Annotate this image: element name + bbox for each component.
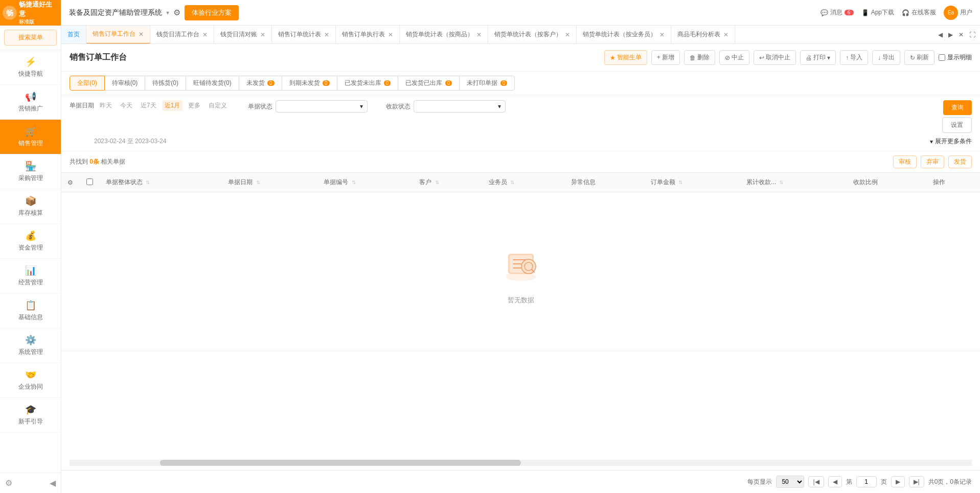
tab-close-sales-exec[interactable]: ✕ <box>388 31 393 38</box>
tab-close-all[interactable]: ✕ <box>956 30 966 39</box>
industry-btn[interactable]: 体验行业方案 <box>185 5 239 20</box>
online-service-item[interactable]: 🎧 在线客服 <box>902 8 936 17</box>
sidebar-item-inventory[interactable]: 📦 库存核算 <box>0 189 61 224</box>
sidebar-item-finance[interactable]: 💰 资金管理 <box>0 224 61 259</box>
refresh-button[interactable]: ↻ 刷新 <box>904 50 935 65</box>
filter-tab-pending-review[interactable]: 待审核(0) <box>104 76 146 91</box>
tab-close-sales-stat-staff[interactable]: ✕ <box>659 31 665 38</box>
app-download-item[interactable]: 📱 App下载 <box>861 8 894 17</box>
sidebar-item-basic[interactable]: 📋 基础信息 <box>0 294 61 328</box>
page-prev-btn[interactable]: ◀ <box>828 476 842 487</box>
tab-nav-next[interactable]: ▶ <box>946 30 955 39</box>
sidebar-item-sales[interactable]: 🛒 销售管理 <box>0 120 61 154</box>
tab-sales-workbench-label: 销售订单工作台 <box>93 30 135 38</box>
filter-tab-all[interactable]: 全部(0) <box>70 76 105 91</box>
sort-customer-icon[interactable]: ⇅ <box>435 180 439 185</box>
collapse-icon[interactable]: ◀ <box>50 478 56 488</box>
sidebar-item-operation[interactable]: 📊 经营管理 <box>0 259 61 294</box>
shortcut-1month[interactable]: 近1月 <box>162 100 183 111</box>
status-select[interactable]: ▾ <box>276 100 368 113</box>
show-detail-checkbox[interactable] <box>939 54 945 61</box>
delete-button[interactable]: 🗑 删除 <box>684 50 715 65</box>
sort-staff-icon[interactable]: ⇅ <box>510 180 514 185</box>
tab-home[interactable]: 首页 <box>61 26 86 44</box>
set-button[interactable]: 设置 <box>942 117 972 133</box>
sidebar-item-guide[interactable]: 🎓 新手引导 <box>0 398 61 433</box>
page-next-btn[interactable]: ▶ <box>891 476 905 487</box>
select-all-checkbox[interactable] <box>86 178 93 185</box>
sidebar-item-marketing[interactable]: 📢 营销推广 <box>0 85 61 120</box>
sidebar-item-quick-nav[interactable]: ⚡ 快捷导航 <box>0 50 61 85</box>
tab-cash-daily[interactable]: 钱货日清工作台 ✕ <box>150 26 214 44</box>
tab-close-cash-reconcile[interactable]: ✕ <box>260 31 265 38</box>
page-size-select[interactable]: 10 20 50 100 <box>776 476 804 488</box>
payment-select[interactable]: ▾ <box>414 100 506 113</box>
filter-tab-not-printed[interactable]: 未打印单据 0 <box>459 76 515 91</box>
tab-cash-reconcile[interactable]: 钱货日清对账 ✕ <box>214 26 272 44</box>
approve-btn[interactable]: 审核 <box>893 155 917 168</box>
tab-close-product-margin[interactable]: ✕ <box>723 31 728 38</box>
ship-btn[interactable]: 发货 <box>948 155 972 168</box>
smart-generate-button[interactable]: ★ 智能生单 <box>604 50 647 65</box>
shortcut-custom[interactable]: 自定义 <box>206 100 230 111</box>
expand-conditions[interactable]: ▾ 展开更多条件 <box>930 137 972 146</box>
shortcut-7days[interactable]: 近7天 <box>138 100 159 111</box>
tab-close-sales-workbench[interactable]: ✕ <box>139 31 144 38</box>
tab-sales-stat[interactable]: 销售订单统计表 ✕ <box>272 26 336 44</box>
filter-tab-shipped-not-out[interactable]: 已发货未出库 0 <box>337 76 399 91</box>
tab-close-sales-stat[interactable]: ✕ <box>324 31 329 38</box>
sort-date-icon[interactable]: ⇅ <box>256 180 260 185</box>
import-button[interactable]: ↑ 导入 <box>840 50 868 65</box>
horizontal-scrollbar[interactable] <box>70 460 972 466</box>
filter-tab-not-shipped[interactable]: 未发货 0 <box>239 76 282 91</box>
user-item[interactable]: Ea 用户 <box>944 6 972 20</box>
unapprove-btn[interactable]: 弃审 <box>921 155 944 168</box>
add-button[interactable]: + 新增 <box>651 50 680 65</box>
sidebar-item-system[interactable]: ⚙️ 系统管理 <box>0 328 61 363</box>
sort-status-icon[interactable]: ⇅ <box>146 180 150 185</box>
col-settings[interactable]: ⚙ <box>61 173 79 192</box>
scroll-thumb[interactable] <box>160 460 521 466</box>
search-menu-button[interactable]: 搜索菜单 <box>4 30 57 46</box>
page-of-label: 页 <box>881 478 887 486</box>
sidebar-item-collab[interactable]: 🤝 企业协同 <box>0 363 61 398</box>
date-label: 单据日期 <box>70 101 94 110</box>
filter-tab-wangpu-ship[interactable]: 旺铺待发货(0) <box>186 76 239 91</box>
tab-close-sales-stat-product[interactable]: ✕ <box>476 31 482 38</box>
tab-sales-workbench[interactable]: 销售订单工作台 ✕ <box>86 26 150 44</box>
sort-amount-icon[interactable]: ⇅ <box>678 180 682 185</box>
messages-item[interactable]: 💬 消息 6 <box>821 8 854 17</box>
cancel-stop-button[interactable]: ↩ 取消中止 <box>754 50 796 65</box>
tab-sales-stat-product[interactable]: 销货单统计表（按商品） ✕ <box>400 26 488 44</box>
sidebar-item-purchase[interactable]: 🏪 采购管理 <box>0 154 61 189</box>
tab-sales-stat-customer[interactable]: 销货单统计表（按客户） ✕ <box>488 26 577 44</box>
sort-number-icon[interactable]: ⇅ <box>352 180 356 185</box>
tab-close-sales-stat-customer[interactable]: ✕ <box>565 31 570 38</box>
tab-nav-prev[interactable]: ◀ <box>936 30 945 39</box>
filter-tab-overdue-ship[interactable]: 到期未发货 0 <box>282 76 337 91</box>
system-dropdown-icon[interactable]: ▾ <box>166 9 169 16</box>
page-first-btn[interactable]: |◀ <box>808 476 824 487</box>
query-button[interactable]: 查询 <box>943 100 972 115</box>
logo-icon: 畅 <box>3 6 17 20</box>
print-button[interactable]: 🖨 打印 ▾ <box>800 50 836 65</box>
shortcut-more[interactable]: 更多 <box>186 100 203 111</box>
tab-sales-stat-staff[interactable]: 销货单统计表（按业务员） ✕ <box>577 26 671 44</box>
tab-sales-exec[interactable]: 销售订单执行表 ✕ <box>336 26 400 44</box>
tab-fullscreen[interactable]: ⛶ <box>967 30 977 39</box>
stop-button[interactable]: ⊘ 中止 <box>719 50 749 65</box>
show-detail-label[interactable]: 显示明细 <box>939 53 972 62</box>
filter-tab-pending-check[interactable]: 待拣货(0) <box>145 76 186 91</box>
sort-collected-icon[interactable]: ⇅ <box>779 180 783 185</box>
page-input[interactable] <box>856 476 877 487</box>
filter-tab-shipped-out[interactable]: 已发货已出库 0 <box>398 76 460 91</box>
settings-icon[interactable]: ⚙ <box>5 478 12 488</box>
page-last-btn[interactable]: ▶| <box>909 476 924 487</box>
header-settings-icon[interactable]: ⚙ <box>173 8 180 17</box>
export-button[interactable]: ↓ 导出 <box>872 50 900 65</box>
shortcut-today[interactable]: 今天 <box>118 100 135 111</box>
col-checkbox[interactable] <box>79 173 100 192</box>
tab-close-cash-daily[interactable]: ✕ <box>202 31 208 38</box>
tab-product-margin[interactable]: 商品毛利分析表 ✕ <box>671 26 735 44</box>
shortcut-yesterday[interactable]: 昨天 <box>97 100 115 111</box>
